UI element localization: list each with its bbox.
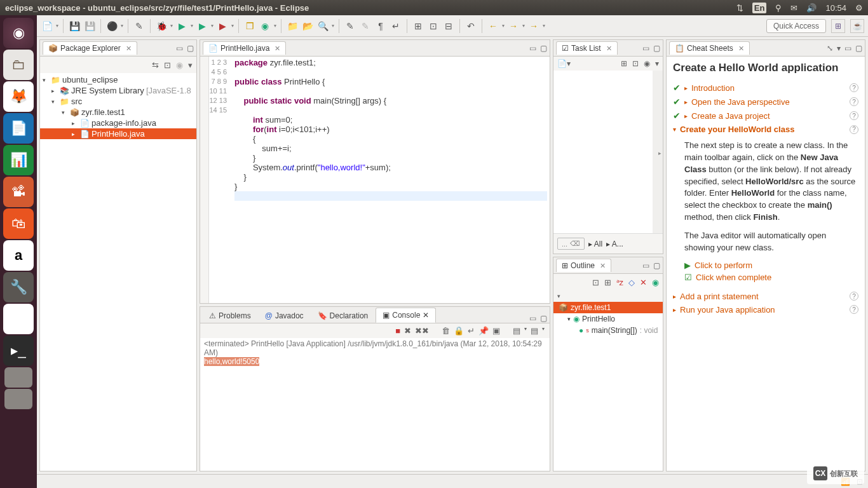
console-output[interactable]: <terminated> PrintHello [Java Applicatio…	[200, 338, 550, 471]
editor-tab[interactable]: 📄 PrintHello.java ✕	[203, 41, 286, 55]
outline-package[interactable]: 📦zyr.file.test1	[553, 302, 663, 313]
cheat-done-item[interactable]: ✔▸Create a Java project?	[673, 109, 858, 123]
show-console-icon[interactable]: ▣	[492, 326, 500, 336]
sort-icon[interactable]: ⊡	[592, 278, 599, 287]
close-icon[interactable]: ✕	[600, 262, 606, 270]
help-icon[interactable]: ?	[850, 305, 858, 314]
project-node[interactable]: ▾📁ubuntu_eclipse	[40, 74, 196, 85]
view-menu-icon[interactable]: ▾	[837, 44, 841, 53]
close-icon[interactable]: ✕	[738, 44, 744, 53]
toggle-mark-icon[interactable]: ✎	[344, 20, 356, 32]
activate-filter[interactable]: ▸ A...	[606, 240, 623, 248]
gear-icon[interactable]: ⚙	[855, 3, 863, 13]
close-icon[interactable]: ✕	[275, 44, 280, 53]
minimize-icon[interactable]: ▭	[529, 314, 536, 323]
last-edit-icon[interactable]: ↶	[465, 20, 477, 32]
build-icon[interactable]: ⚫	[105, 20, 118, 32]
minimize-icon[interactable]: ▭	[176, 44, 183, 53]
toggle-block-icon[interactable]: ✎	[359, 20, 372, 32]
coverage-icon[interactable]: ▶	[196, 20, 208, 32]
minimize-icon[interactable]: ▭	[642, 261, 649, 270]
view-menu-icon[interactable]: ▾	[557, 293, 560, 299]
lang-indicator[interactable]: En	[752, 3, 767, 13]
all-filter[interactable]: ▸ All	[588, 240, 602, 248]
tasklist-dayview[interactable]: ▸	[653, 71, 663, 233]
close-icon[interactable]: ✕	[606, 44, 612, 53]
view-menu-icon[interactable]: ▾	[655, 59, 659, 68]
display-selected-icon[interactable]: ▤	[513, 326, 520, 336]
search-icon[interactable]: 🔍	[316, 20, 329, 32]
prev-annotation-icon[interactable]: ⊟	[442, 20, 455, 32]
clear-console-icon[interactable]: 🗑	[442, 326, 450, 336]
tasklist-tab[interactable]: ☑ Task List ✕	[556, 41, 618, 55]
link-editor-icon[interactable]: ⊡	[164, 60, 171, 70]
maximize-icon[interactable]: ▢	[653, 44, 660, 53]
save-icon[interactable]: 💾	[68, 20, 81, 32]
volume-icon[interactable]: 🔊	[806, 3, 817, 13]
mail-icon[interactable]: ✉	[790, 3, 797, 13]
hide-static-icon[interactable]: ᵃz	[616, 278, 624, 287]
schedule-icon[interactable]: ⊡	[632, 59, 639, 68]
view-menu-icon[interactable]: ▾	[188, 60, 193, 70]
open-type-icon[interactable]: 📁	[286, 20, 299, 32]
find-input[interactable]: ...⌫	[557, 238, 585, 250]
back-icon[interactable]: ←	[487, 20, 499, 32]
focus-active-icon[interactable]: ◉	[652, 278, 659, 287]
focus-icon[interactable]: ◉	[644, 59, 650, 68]
declaration-tab[interactable]: 🔖Declaration	[311, 309, 375, 323]
minimize-icon[interactable]: ▭	[529, 44, 536, 53]
clock[interactable]: 10:54	[825, 3, 846, 13]
code-editor[interactable]: 1 2 3 4 5 6 7 8 9 10 11 12 13 14 15 pack…	[200, 57, 550, 303]
help-icon[interactable]: ?	[850, 83, 858, 92]
new-class-icon[interactable]: ◉	[259, 20, 271, 32]
cheatsheets-tab[interactable]: 📋 Cheat Sheets ✕	[669, 41, 750, 55]
toggle-word-wrap-icon[interactable]: ↵	[390, 20, 402, 32]
help-icon[interactable]: ?	[850, 97, 858, 106]
help-icon[interactable]: ?	[850, 111, 858, 120]
cheat-next-item[interactable]: ▸Add a print statement?	[673, 290, 858, 303]
pkg-node[interactable]: ▾📦zyr.file.test1	[40, 107, 196, 118]
show-whitespace-icon[interactable]: ¶	[374, 20, 387, 32]
help-icon[interactable]: ?	[850, 125, 858, 134]
help-icon[interactable]: ?	[850, 292, 858, 301]
maximize-icon[interactable]: ▢	[540, 314, 547, 323]
bluetooth-icon[interactable]: ⚲	[775, 3, 782, 13]
maximize-icon[interactable]: ▢	[187, 44, 194, 53]
hide-nonpublic-icon[interactable]: ◇	[628, 278, 635, 287]
pin-icon[interactable]: →	[527, 20, 540, 32]
files-icon[interactable]: 🗀	[3, 50, 34, 80]
new-package-icon[interactable]: ❒	[243, 20, 256, 32]
eclipse-icon[interactable]: ◯	[3, 304, 34, 334]
outline-method[interactable]: ●smain(String[]) : void	[553, 325, 663, 336]
file-node[interactable]: ▸📄package-info.java	[40, 118, 196, 128]
console-tab[interactable]: ▣Console✕	[376, 308, 436, 323]
terminal-icon[interactable]: ▸_	[3, 336, 34, 366]
debug-icon[interactable]: 🐞	[155, 20, 168, 32]
cheat-done-item[interactable]: ✔▸Open the Java perspective?	[673, 95, 858, 109]
click-when-complete[interactable]: ☑Click when complete	[673, 273, 858, 282]
minimize-icon[interactable]: ▭	[844, 44, 851, 53]
close-icon[interactable]: ✕	[423, 311, 429, 320]
java-perspective-icon[interactable]: ☕	[850, 19, 864, 33]
new-task-icon[interactable]: 📄▾	[557, 59, 571, 68]
categorize-icon[interactable]: ⊞	[621, 59, 627, 68]
outline-tab[interactable]: ⊞ Outline ✕	[556, 259, 611, 272]
word-wrap-icon[interactable]: ↵	[468, 326, 475, 336]
network-icon[interactable]: ⇅	[736, 3, 743, 13]
collapse-icon[interactable]: ⇆	[152, 60, 159, 70]
problems-tab[interactable]: ⚠Problems	[203, 309, 257, 323]
code-area[interactable]: package zyr.file.test1; public class Pri…	[231, 57, 550, 303]
pin-console-icon[interactable]: 📌	[478, 326, 489, 336]
annotation-icon[interactable]: ⊞	[412, 20, 424, 32]
impress-icon[interactable]: 📽	[3, 177, 34, 207]
disk-icon[interactable]	[4, 367, 32, 388]
maximize-icon[interactable]: ▢	[540, 44, 547, 53]
cheat-done-item[interactable]: ✔▸Introduction?	[673, 81, 858, 95]
next-annotation-icon[interactable]: ⊡	[427, 20, 440, 32]
disk-icon[interactable]	[4, 389, 32, 409]
scroll-lock-icon[interactable]: 🔒	[454, 326, 464, 336]
forward-icon[interactable]: →	[507, 20, 520, 32]
clear-icon[interactable]: ⌫	[570, 240, 580, 248]
wand-icon[interactable]: ✎	[133, 20, 146, 32]
package-explorer-tab[interactable]: 📦 Package Explorer ✕	[43, 41, 137, 55]
